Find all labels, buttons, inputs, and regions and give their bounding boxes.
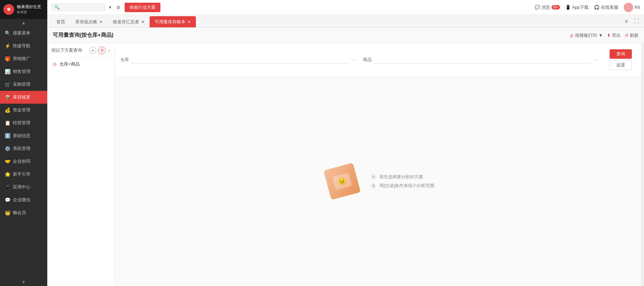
query-btn[interactable]: 查询 [610, 49, 632, 59]
query-filters-bar: 仓库 ··· 商品 ··· 查询 设置 [115, 43, 641, 77]
empty-tips: ① 请先选择要分析的方案 ② 用[过滤]条件来缩小分析范围 [370, 174, 434, 189]
tab-batch-ledger[interactable]: 库存批次账 ✕ [70, 16, 108, 27]
trial-btn[interactable]: 体验行业方案 [125, 3, 160, 12]
filter-item-warehouse-product[interactable]: ⊙ 仓库+商品 [47, 58, 114, 71]
product-more-btn[interactable]: ··· [593, 57, 600, 62]
sidebar-item-purchase[interactable]: 🛒 采购管理 [0, 78, 47, 91]
sidebar-item-label-basics: 基础信息 [13, 133, 30, 139]
sidebar-item-icon-enterprise: 🤝 [5, 159, 10, 164]
sidebar-item-apps[interactable]: 📱 应用中心 [0, 181, 47, 193]
tab-stock-summary-close[interactable]: ✕ [141, 20, 145, 24]
print-dropdown-icon[interactable]: ▼ [598, 33, 603, 38]
sidebar-item-icon-marketing: 🎁 [5, 56, 10, 61]
sidebar: 畅 畅康通好生意 标准版 ▲ 🔍 搜索菜单 ⚡ 快捷导航 🎁 营销推广 📊 销售… [0, 0, 47, 286]
app-icon: 📱 [565, 5, 571, 10]
empty-illustration: 😐 [322, 161, 362, 202]
sidebar-item-wechat[interactable]: 💬 企业微信 [0, 193, 47, 206]
filter-add-btn[interactable]: + [89, 47, 96, 54]
online-service-btn[interactable]: 🎧 在线客服 [594, 4, 618, 10]
message-label: 消息 [541, 4, 550, 10]
sidebar-item-members[interactable]: 👑 畅会员 [0, 206, 47, 219]
sidebar-item-label-system: 系统管理 [13, 146, 30, 152]
topbar-search-input[interactable] [61, 5, 102, 10]
sidebar-item-icon-guide: 🌟 [5, 172, 10, 177]
sidebar-item-operations[interactable]: 📋 经营管理 [0, 116, 47, 129]
sidebar-item-system[interactable]: ⚙️ 系统管理 [0, 142, 47, 155]
sidebar-item-sales[interactable]: 📊 销售管理 [0, 65, 47, 78]
page-header: 可用量查询(按仓库+商品) 🖨 按模板打印 ▼ ⬆ 导出 ↺ 刷新 [47, 28, 644, 43]
sidebar-item-label-operations: 经营管理 [13, 120, 30, 126]
tab-close-all-btn[interactable]: ✕ [622, 17, 630, 25]
message-btn[interactable]: 💬 消息 99+ [535, 4, 560, 10]
sidebar-header: 畅 畅康通好生意 标准版 [0, 0, 47, 19]
sidebar-item-icon-finance: 💰 [5, 107, 10, 113]
sidebar-item-label-search: 搜索菜单 [13, 30, 30, 36]
refresh-btn[interactable]: ↺ 刷新 [625, 32, 639, 38]
sidebar-item-icon-operations: 📋 [5, 120, 10, 126]
settings-display-btn[interactable]: 设置 [610, 60, 632, 70]
print-icon: 🖨 [569, 33, 574, 38]
filter-panel-actions: + ⚙ « [89, 47, 110, 54]
topbar-right: 💬 消息 99+ 📱 App下载 🎧 在线客服 Rit [535, 3, 640, 12]
filter-item-icon: ⊙ [53, 61, 57, 67]
box-face: 😐 [332, 173, 352, 190]
warehouse-input[interactable] [131, 56, 349, 63]
sidebar-item-enterprise[interactable]: 🤝 企业协同 [0, 155, 47, 168]
sidebar-item-icon-search: 🔍 [5, 30, 10, 36]
filter-settings-btn[interactable]: ⚙ [98, 47, 106, 54]
filter-panel: 按以下方案查询 + ⚙ « ⊙ 仓库+商品 [47, 43, 115, 286]
print-btn[interactable]: 🖨 按模板打印 ▼ [569, 32, 603, 38]
export-btn[interactable]: ⬆ 导出 [607, 32, 621, 38]
sidebar-item-icon-wechat: 💬 [5, 197, 10, 203]
tab-available-ledger-close[interactable]: ✕ [187, 20, 191, 24]
sidebar-item-icon-inventory: 📦 [5, 95, 10, 100]
tab-home-label: 首页 [56, 19, 65, 25]
empty-state: 😐 ① 请先选择要分析的方案 ② 用[过滤]条件来缩小分析范围 [115, 77, 641, 286]
content-area: 按以下方案查询 + ⚙ « ⊙ 仓库+商品 仓库 ··· [47, 43, 644, 286]
right-scrollbar [641, 43, 644, 286]
tab-available-ledger-label: 可用量库存账本 [155, 19, 185, 25]
sidebar-item-guide[interactable]: 🌟 新手引导 [0, 168, 47, 181]
tabs-right-actions: ✕ ⛶ [622, 17, 641, 25]
app-download-label: App下载 [572, 4, 589, 10]
tab-stock-summary[interactable]: 收发存汇总表 ✕ [108, 16, 150, 27]
warehouse-more-btn[interactable]: ··· [351, 57, 358, 62]
product-label: 商品 [363, 57, 372, 63]
filter-collapse-btn[interactable]: « [108, 48, 110, 53]
app-title: 畅康通好生意 [17, 4, 41, 10]
app-logo: 畅 [3, 4, 14, 15]
sidebar-item-label-members: 畅会员 [13, 210, 26, 216]
warehouse-label: 仓库 [120, 57, 129, 63]
sidebar-item-label-enterprise: 企业协同 [13, 158, 30, 164]
sidebar-item-search[interactable]: 🔍 搜索菜单 [0, 27, 47, 40]
sidebar-item-inventory[interactable]: 📦 库存核算 [0, 91, 47, 104]
user-menu[interactable]: Rit [624, 3, 640, 12]
scroll-up-btn[interactable]: ▲ [0, 19, 47, 27]
sidebar-item-quick-nav[interactable]: ⚡ 快捷导航 [0, 40, 47, 52]
product-filter-group: 商品 ··· [363, 56, 600, 63]
sidebar-item-label-finance: 资金管理 [13, 107, 30, 113]
product-input[interactable] [374, 56, 592, 63]
sidebar-item-label-purchase: 采购管理 [13, 81, 30, 87]
tab-batch-ledger-close[interactable]: ✕ [99, 20, 103, 24]
tip-num-1: ① [370, 174, 377, 180]
sidebar-item-basics[interactable]: ℹ️ 基础信息 [0, 129, 47, 142]
query-area: 仓库 ··· 商品 ··· 查询 设置 😐 [115, 43, 641, 286]
tab-available-ledger[interactable]: 可用量库存账本 ✕ [150, 16, 196, 27]
app-download-btn[interactable]: 📱 App下载 [565, 4, 589, 10]
sidebar-item-label-inventory: 库存核算 [13, 94, 30, 100]
scroll-down-btn[interactable]: ▼ [0, 278, 47, 286]
warehouse-filter-group: 仓库 ··· [120, 56, 358, 63]
search-dropdown-btn[interactable]: ▼ [108, 5, 112, 10]
tab-maximize-btn[interactable]: ⛶ [632, 17, 641, 25]
settings-icon[interactable]: ⚙ [115, 3, 122, 11]
sidebar-item-finance[interactable]: 💰 资金管理 [0, 104, 47, 116]
sidebar-item-label-quick-nav: 快捷导航 [13, 43, 30, 49]
message-badge: 99+ [551, 5, 560, 9]
main-area: 🔍 ▼ ⚙ 体验行业方案 💬 消息 99+ 📱 App下载 🎧 在线客服 Rit [47, 0, 644, 286]
tip-2-text: 用[过滤]条件来缩小分析范围 [379, 183, 434, 189]
filter-panel-title: 按以下方案查询 [51, 47, 82, 53]
sidebar-item-marketing[interactable]: 🎁 营销推广 [0, 52, 47, 65]
tab-home[interactable]: 首页 [51, 16, 70, 27]
refresh-label: 刷新 [630, 32, 639, 38]
